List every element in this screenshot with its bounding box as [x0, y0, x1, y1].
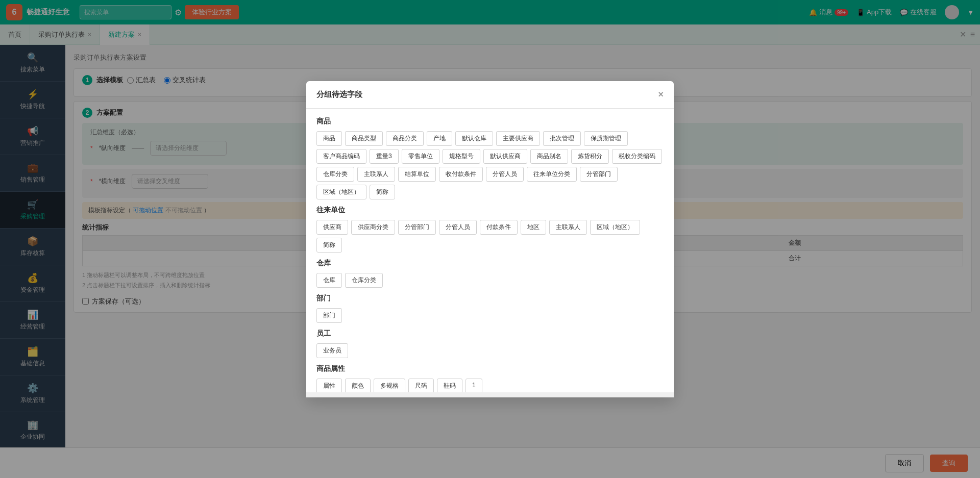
- field-tag[interactable]: 区域（地区）: [590, 220, 640, 235]
- field-tag[interactable]: 分管部门: [398, 220, 436, 235]
- field-tag[interactable]: 重量3: [370, 149, 399, 164]
- field-tag[interactable]: 简称: [316, 238, 342, 253]
- field-tags: 商品商品类型商品分类产地默认仓库主要供应商批次管理保质期管理客户商品编码重量3零…: [316, 131, 664, 199]
- field-group-title: 部门: [316, 294, 664, 303]
- field-tag[interactable]: 客户商品编码: [316, 149, 366, 164]
- field-tag[interactable]: 付款条件: [480, 220, 518, 235]
- field-group-title: 商品: [316, 117, 664, 126]
- field-tag[interactable]: 分管人员: [486, 167, 524, 182]
- field-tag[interactable]: 商品类型: [345, 131, 383, 146]
- field-group-title: 商品属性: [316, 364, 664, 373]
- modal-close-btn[interactable]: ×: [658, 89, 664, 100]
- field-tag[interactable]: 商品: [316, 131, 342, 146]
- field-tag[interactable]: 主联系人: [357, 167, 395, 182]
- field-tag[interactable]: 默认供应商: [483, 149, 527, 164]
- field-tag[interactable]: 简称: [370, 185, 395, 199]
- field-tag[interactable]: 鞋码: [437, 379, 462, 392]
- field-tag[interactable]: 零售单位: [402, 149, 439, 164]
- field-tag[interactable]: 颜色: [345, 379, 371, 392]
- field-tag[interactable]: 规格型号: [443, 149, 480, 164]
- field-group-title: 员工: [316, 329, 664, 338]
- field-tag[interactable]: 主要供应商: [496, 131, 540, 146]
- field-tag[interactable]: 收付款条件: [439, 167, 483, 182]
- field-tag[interactable]: 保质期管理: [584, 131, 628, 146]
- modal-overlay: 分组待选字段 × 商品商品商品类型商品分类产地默认仓库主要供应商批次管理保质期管…: [0, 0, 980, 478]
- field-tag[interactable]: 1: [465, 379, 482, 392]
- field-group-title: 往来单位: [316, 206, 664, 215]
- field-tag[interactable]: 仓库分类: [316, 167, 354, 182]
- field-tags: 仓库仓库分类: [316, 273, 664, 288]
- field-tag[interactable]: 结算单位: [398, 167, 436, 182]
- field-group-title: 仓库: [316, 259, 664, 268]
- field-tag[interactable]: 属性: [316, 379, 342, 392]
- h-scrollbar[interactable]: [306, 392, 674, 397]
- field-tag[interactable]: 往来单位分类: [527, 167, 577, 182]
- field-tag[interactable]: 炼货积分: [571, 149, 609, 164]
- field-tags: 部门: [316, 308, 664, 323]
- modal-body: 商品商品商品类型商品分类产地默认仓库主要供应商批次管理保质期管理客户商品编码重量…: [306, 109, 674, 392]
- field-tag[interactable]: 批次管理: [543, 131, 581, 146]
- field-tag[interactable]: 商品分类: [386, 131, 424, 146]
- field-tag[interactable]: 税收分类编码: [612, 149, 662, 164]
- field-tag[interactable]: 仓库分类: [345, 273, 383, 288]
- field-tag[interactable]: 供应商分类: [351, 220, 395, 235]
- field-tag[interactable]: 尺码: [408, 379, 434, 392]
- field-tag[interactable]: 多规格: [374, 379, 405, 392]
- modal-dialog: 分组待选字段 × 商品商品商品类型商品分类产地默认仓库主要供应商批次管理保质期管…: [306, 81, 674, 397]
- field-tag[interactable]: 产地: [427, 131, 452, 146]
- field-tag[interactable]: 业务员: [316, 343, 348, 358]
- field-tag[interactable]: 主联系人: [549, 220, 587, 235]
- field-tags: 供应商供应商分类分管部门分管人员付款条件地区主联系人区域（地区）简称: [316, 220, 664, 253]
- field-tag[interactable]: 分管人员: [439, 220, 477, 235]
- field-tag[interactable]: 部门: [316, 308, 342, 323]
- modal-title: 分组待选字段: [316, 90, 362, 99]
- field-tag[interactable]: 区域（地区）: [316, 185, 366, 199]
- field-tag[interactable]: 商品别名: [530, 149, 568, 164]
- modal-header: 分组待选字段 ×: [306, 81, 674, 109]
- field-tag[interactable]: 默认仓库: [455, 131, 493, 146]
- field-tag[interactable]: 分管部门: [580, 167, 618, 182]
- field-tag[interactable]: 地区: [521, 220, 546, 235]
- field-tags: 属性颜色多规格尺码鞋码1: [316, 379, 664, 392]
- field-tags: 业务员: [316, 343, 664, 358]
- field-tag[interactable]: 供应商: [316, 220, 348, 235]
- field-tag[interactable]: 仓库: [316, 273, 342, 288]
